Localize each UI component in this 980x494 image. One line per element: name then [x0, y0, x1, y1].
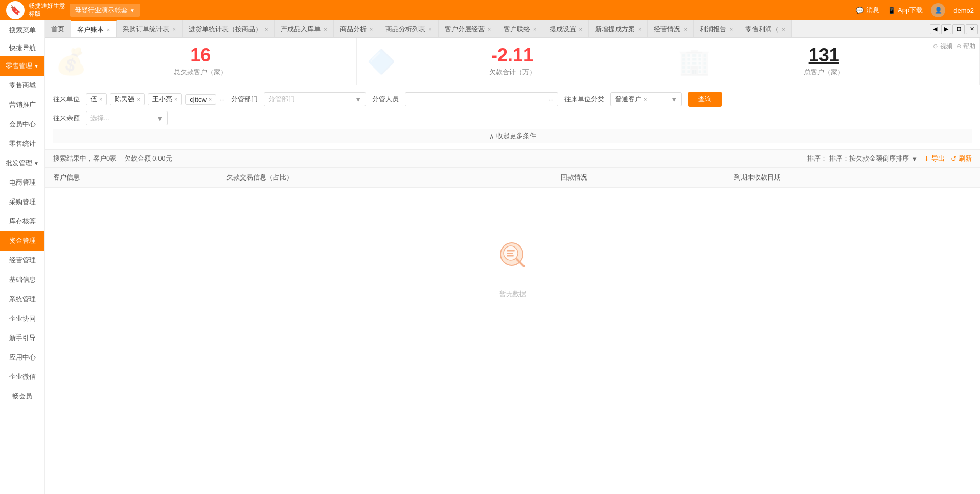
app-download-button[interactable]: 📱 App下载 — [887, 6, 923, 15]
tab-add-commission[interactable]: 新增提成方案 × — [589, 20, 648, 37]
tab-prev-button[interactable]: ◀ — [930, 24, 940, 34]
workspace-selector[interactable]: 母婴行业演示帐套 ▼ — [70, 4, 140, 17]
sidebar-item-operations[interactable]: 经营管理 — [0, 251, 44, 270]
sidebar-item-retail-stats[interactable]: 零售统计 — [0, 134, 44, 153]
more-tags-btn[interactable]: ··· — [219, 96, 225, 103]
sidebar-item-system[interactable]: 系统管理 — [0, 289, 44, 309]
sidebar-item-enterprise[interactable]: 企业协同 — [0, 309, 44, 328]
sidebar-search[interactable]: 搜索菜单 — [0, 20, 44, 40]
sidebar-item-ecommerce[interactable]: 电商管理 — [0, 173, 44, 192]
person-selector[interactable]: ··· — [405, 92, 558, 106]
tab-close-all-button[interactable]: ✕ — [966, 24, 978, 34]
tab-customer-ledger[interactable]: 客户账本 × — [71, 20, 117, 37]
collapse-button[interactable]: ∧ 收起更多条件 — [489, 131, 536, 141]
close-icon[interactable]: × — [370, 26, 373, 32]
export-button[interactable]: ⤓ 导出 — [924, 154, 945, 163]
stat-label-debtors: 总欠款客户（家） — [174, 68, 227, 77]
sidebar-item-wechat[interactable]: 企业微信 — [0, 367, 44, 387]
filter-row-2: 往来余额 选择... ▼ — [53, 111, 972, 125]
sidebar-item-member[interactable]: 畅会员 — [0, 387, 44, 406]
close-icon[interactable]: × — [638, 26, 641, 32]
filter-tag-cj: cjttcw × — [185, 94, 216, 105]
close-icon[interactable]: × — [324, 26, 327, 32]
sidebar-item-guide[interactable]: 新手引导 — [0, 328, 44, 348]
sidebar-item-member-center[interactable]: 会员中心 — [0, 115, 44, 134]
export-icon: ⤓ — [924, 155, 929, 163]
close-icon[interactable]: × — [488, 26, 491, 32]
col-header-customer: 客户信息 — [45, 168, 218, 188]
svg-rect-4 — [507, 253, 513, 254]
stat-value-customers: 131 — [809, 46, 839, 64]
remove-unit-class[interactable]: × — [644, 96, 647, 102]
dept-selector[interactable]: 分管部门 ▼ — [264, 92, 366, 106]
chevron-down-icon: ▼ — [911, 155, 918, 163]
tab-commission-settings[interactable]: 提成设置 × — [543, 20, 589, 37]
unit-filter-label: 往来单位 — [53, 95, 80, 104]
sidebar-item-base-info[interactable]: 基础信息 — [0, 270, 44, 289]
filter-tag-wu: 伍 × — [86, 93, 107, 105]
close-icon[interactable]: × — [683, 26, 687, 32]
remove-tag-chen[interactable]: × — [136, 96, 140, 102]
unit-class-selector[interactable]: 普通客户 × ▼ — [610, 92, 682, 106]
tab-profit-report[interactable]: 利润报告 × — [694, 20, 739, 37]
sidebar-item-retail-mall[interactable]: 零售商城 — [0, 76, 44, 95]
tab-product-analysis[interactable]: 商品分析 × — [334, 20, 379, 37]
sidebar-item-app-center[interactable]: 应用中心 — [0, 348, 44, 367]
tab-operations[interactable]: 经营情况 × — [648, 20, 693, 37]
sidebar-item-retail[interactable]: 零售管理 ▼ — [0, 56, 44, 76]
remove-tag-cj[interactable]: × — [209, 96, 212, 102]
avatar[interactable]: 👤 — [931, 3, 945, 17]
collapse-row: ∧ 收起更多条件 — [53, 129, 972, 143]
tab-next-button[interactable]: ▶ — [941, 24, 951, 34]
tab-customer-tier[interactable]: 客户分层经营 × — [439, 20, 497, 37]
help-link[interactable]: ⊙ 帮助 — [956, 42, 975, 51]
stat-bg-icon-debt: 🔷 — [367, 48, 396, 75]
right-actions: 排序： 排序：按欠款金额倒序排序 ▼ ⤓ 导出 ↺ 刷新 — [807, 154, 972, 163]
ellipsis-icon: ··· — [548, 96, 554, 103]
filter-tag-chen: 陈民强 × — [110, 93, 144, 105]
sort-selector[interactable]: 排序： 排序：按欠款金额倒序排序 ▼ — [807, 154, 918, 163]
tab-customer-contact[interactable]: 客户联络 × — [497, 20, 543, 37]
close-icon[interactable]: × — [265, 26, 268, 32]
close-icon[interactable]: × — [428, 26, 431, 32]
close-icon[interactable]: × — [107, 27, 110, 33]
filter-tags: 伍 × 陈民强 × 王小亮 × — [86, 93, 225, 105]
tab-retail-profit[interactable]: 零售利润（ × — [739, 20, 791, 37]
search-button[interactable]: 查询 — [688, 92, 722, 107]
tab-purchase-order-stats[interactable]: 采购订单统计表 × — [117, 20, 182, 37]
close-icon[interactable]: × — [172, 26, 175, 32]
tab-expand-button[interactable]: ⊞ — [952, 24, 965, 34]
refresh-button[interactable]: ↺ 刷新 — [951, 154, 972, 163]
message-button[interactable]: 💬 消息 — [856, 6, 879, 15]
balance-selector[interactable]: 选择... ▼ — [86, 111, 168, 125]
tab-purchase-stats-by-product[interactable]: 进货单统计表（按商品） × — [183, 20, 275, 37]
sidebar-quick-nav[interactable]: 快捷导航 — [0, 40, 44, 56]
chevron-down-icon: ▼ — [355, 96, 361, 103]
sidebar-item-marketing[interactable]: 营销推广 — [0, 95, 44, 115]
close-icon[interactable]: × — [730, 26, 733, 32]
stat-value-debtors: 16 — [190, 46, 211, 64]
stat-label-customers: 总客户（家） — [804, 68, 844, 77]
sidebar-item-wholesale[interactable]: 批发管理 ▼ — [0, 153, 44, 173]
sidebar-item-finance[interactable]: 资金管理 — [0, 231, 44, 251]
close-icon[interactable]: × — [579, 26, 582, 32]
stat-bg-icon-customers: 🏢 — [678, 47, 710, 76]
remove-tag-wang[interactable]: × — [174, 96, 177, 102]
video-link[interactable]: ⊙ 视频 — [933, 42, 952, 51]
page-content: 💰 16 总欠款客户（家） 🔷 -2.11 欠款合计（万） 🏢 131 总客户（… — [45, 38, 980, 494]
dept-filter-label: 分管部门 — [231, 95, 258, 104]
sidebar-item-inventory[interactable]: 库存核算 — [0, 212, 44, 231]
content-area: 首页 客户账本 × 采购订单统计表 × 进货单统计表（按商品） × 产成品入库单… — [45, 20, 980, 494]
person-filter-label: 分管人员 — [372, 95, 399, 104]
tab-home[interactable]: 首页 — [45, 20, 71, 37]
tab-bar: 首页 客户账本 × 采购订单统计表 × 进货单统计表（按商品） × 产成品入库单… — [45, 20, 980, 38]
tab-product-analysis-list[interactable]: 商品分析列表 × — [379, 20, 438, 37]
col-header-debt-info: 欠款交易信息（占比） — [218, 168, 553, 188]
close-icon[interactable]: × — [533, 26, 536, 32]
main-row: 搜索菜单 快捷导航 零售管理 ▼ 零售商城 营销推广 会员中心 零售统计 批发管… — [0, 20, 980, 494]
arrow-icon: ▼ — [34, 63, 39, 69]
remove-tag-wu[interactable]: × — [99, 96, 102, 102]
tab-product-instock[interactable]: 产成品入库单 × — [275, 20, 333, 37]
sidebar-item-purchase[interactable]: 采购管理 — [0, 192, 44, 212]
close-icon[interactable]: × — [782, 26, 785, 32]
